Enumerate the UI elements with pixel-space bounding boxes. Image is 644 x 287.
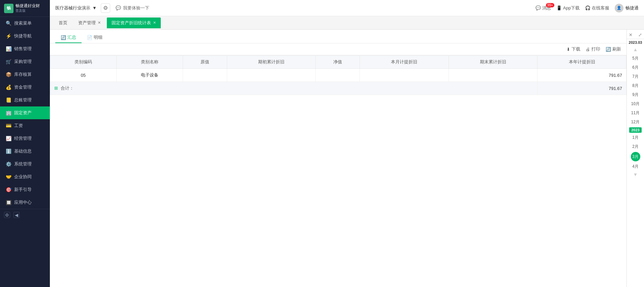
user-label: 畅捷通 [625,5,639,11]
message-icon: 💬 [535,5,541,10]
sidebar-item-label: 库存核算 [14,71,32,77]
tab-bar: 首页 资产管理 ✕ 固定资产折旧统计表 ✕ [50,16,644,30]
panel-month-3-current[interactable]: 3月 [631,152,640,161]
sidebar-item-label: 固定资产 [14,110,32,116]
logo-name: 畅捷通好业财 [16,3,40,9]
download-button[interactable]: ⬇ 下载 [566,46,580,52]
cell-category-name: 电子设备 [117,69,183,82]
user-menu[interactable]: 👤 畅捷通 [615,4,639,12]
print-button[interactable]: 🖨 打印 [586,46,600,52]
tab-home[interactable]: 首页 [54,18,72,28]
app-download-label: App下载 [563,5,580,11]
sidebar-item-label: 新手引导 [14,187,32,193]
app-download-button[interactable]: 📱 App下载 [556,5,580,11]
sub-tab-detail[interactable]: 📄 明细 [82,32,108,43]
experience-button[interactable]: 💬 我要体验一下 [116,5,149,11]
table-row: 05 电子设备 791.67 [50,69,626,82]
panel-month-7[interactable]: 7月 [627,72,644,81]
sidebar-item-basic[interactable]: ℹ️ 基础信息 [0,145,50,158]
panel-month-8[interactable]: 8月 [627,81,644,90]
panel-year-label: 2023.03 [627,39,644,45]
sidebar-item-label: 应用中心 [14,199,32,205]
sidebar-item-label: 采购管理 [14,59,32,65]
refresh-button[interactable]: 🔄 刷新 [606,46,621,52]
sub-tab-detail-label: 明细 [94,34,102,40]
company-selector[interactable]: 医疗器械行业演示 ▼ [55,5,97,11]
purchase-icon: 🛒 [5,59,11,64]
panel-month-6[interactable]: 6月 [627,63,644,72]
logo-icon: 畅 [4,4,13,13]
tab-asset-manage-close[interactable]: ✕ [98,21,101,25]
panel-month-5[interactable]: 5月 [627,54,644,63]
sidebar-item-label: 总账管理 [14,97,32,103]
sidebar-item-label: 经营管理 [14,135,32,141]
cell-period-accumulated [227,69,316,82]
sidebar-settings-btn[interactable]: ⚙ [4,212,10,218]
topbar: 医疗器械行业演示 ▼ ⚙ 💬 我要体验一下 💬 消息 99+ 📱 App下载 🎧… [50,0,644,16]
sidebar-item-apps[interactable]: 🔲 应用中心 [0,196,50,209]
avatar: 👤 [615,4,623,12]
panel-month-10[interactable]: 10月 [627,99,644,108]
sidebar-collapse-btn[interactable]: ◀ [13,212,20,218]
print-label: 打印 [591,46,600,52]
sidebar-item-enterprise[interactable]: 🤝 企业协同 [0,170,50,183]
operations-icon: 📈 [5,136,11,141]
sidebar-item-guide[interactable]: 🎯 新手引导 [0,183,50,196]
online-service-button[interactable]: 🎧 在线客服 [585,5,609,11]
tab-asset-manage[interactable]: 资产管理 ✕ [73,18,105,28]
panel-month-9[interactable]: 9月 [627,90,644,99]
messages-button[interactable]: 💬 消息 99+ [535,5,551,11]
panel-month-11[interactable]: 11月 [627,108,644,118]
table-total-row: ⊞ 合计： 791.67 [50,82,626,95]
sub-tab-summary[interactable]: 🔄 汇总 [55,32,82,43]
sidebar-item-fixed-assets[interactable]: 🏢 固定资产 [0,106,50,119]
sidebar-item-label: 工资 [14,123,23,129]
messages-badge: 99+ [546,3,554,7]
topbar-right: 💬 消息 99+ 📱 App下载 🎧 在线客服 👤 畅捷通 [535,4,639,12]
basic-icon: ℹ️ [5,149,11,154]
col-net-value: 净值 [316,56,360,69]
sidebar-item-purchase[interactable]: 🛒 采购管理 [0,55,50,68]
panel-expand-button[interactable]: ⤢ [638,32,642,37]
refresh-icon: 🔄 [606,47,611,52]
sidebar-item-inventory[interactable]: 📦 库存核算 [0,68,50,81]
col-category-code: 类别编码 [50,56,117,69]
summary-icon: 🔄 [61,35,66,40]
sidebar-item-ledger[interactable]: 📒 总账管理 [0,94,50,106]
panel-month-1[interactable]: 1月 [627,133,644,142]
tab-asset-manage-label: 资产管理 [78,20,96,26]
panel-month-2[interactable]: 2月 [627,142,644,151]
panel-nav-down[interactable]: ▼ [633,172,638,177]
sub-tabs: 🔄 汇总 📄 明细 [50,30,626,43]
total-icon: ⊞ [54,86,58,91]
sidebar-item-system[interactable]: ⚙️ 系统管理 [0,158,50,170]
sidebar-item-sales[interactable]: 📊 销售管理 [0,42,50,55]
panel-month-4[interactable]: 4月 [627,162,644,171]
sidebar-item-payroll[interactable]: 💳 工资 [0,119,50,132]
search-icon: 🔍 [5,21,11,26]
sidebar-item-search[interactable]: 🔍 搜索菜单 [0,17,50,30]
refresh-label: 刷新 [612,46,621,52]
tab-depreciation-close[interactable]: ✕ [153,21,156,25]
print-icon: 🖨 [586,47,590,52]
sidebar-item-label: 资金管理 [14,84,32,90]
sidebar-item-operations[interactable]: 📈 经营管理 [0,132,50,145]
panel-month-12[interactable]: 12月 [627,118,644,127]
tab-depreciation[interactable]: 固定资产折旧统计表 ✕ [107,18,161,28]
online-service-label: 在线客服 [592,5,609,11]
download-label: 下载 [572,46,580,52]
year-2023-marker: 2023 [629,127,641,133]
panel-close-button[interactable]: ✕ [629,32,633,37]
sidebar-item-funds[interactable]: 💰 资金管理 [0,81,50,94]
sidebar-item-quicknav[interactable]: ⚡ 快捷导航 [0,30,50,42]
total-year-depreciation: 791.67 [538,82,626,95]
col-year-depreciation: 本年计提折旧 [538,56,626,69]
settings-button[interactable]: ⚙ [101,3,110,13]
panel-nav-up[interactable]: ▲ [627,45,644,54]
payroll-icon: 💳 [5,123,11,128]
cell-original-value [183,69,227,82]
sidebar-item-label: 系统管理 [14,161,32,167]
sales-icon: 📊 [5,46,11,52]
cell-year-depreciation: 791.67 [538,69,626,82]
sidebar-item-label: 企业协同 [14,174,32,180]
